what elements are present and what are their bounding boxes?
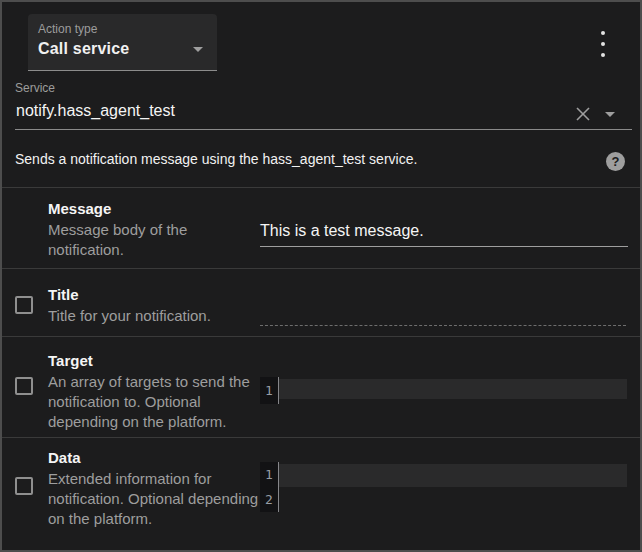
message-input[interactable]: This is a test message. [260,222,628,247]
editor-gutter: 1 2 [260,462,279,512]
line-number: 2 [260,487,278,512]
more-options-button[interactable] [594,31,612,57]
service-field-underline [15,129,632,130]
call-service-action-panel: Action type Call service Service notify.… [0,0,642,552]
title-input-disabled[interactable] [260,325,626,326]
service-field-label: Service [15,81,55,95]
service-description: Sends a notification message using the h… [15,151,590,167]
field-row-title: Title Title for your notification. [2,268,640,336]
target-code-editor[interactable]: 1 [260,377,627,404]
chevron-down-icon[interactable] [605,112,615,117]
editor-gutter: 1 [260,377,279,404]
target-checkbox[interactable] [15,377,33,395]
field-name: Target [48,352,93,369]
kebab-dot [601,53,605,57]
kebab-dot [601,31,605,35]
editor-active-line [279,379,627,399]
chevron-down-icon [193,47,203,52]
editor-content[interactable] [279,377,627,404]
editor-line [279,487,627,510]
action-type-label: Action type [38,22,97,36]
line-number: 1 [260,462,278,487]
service-input[interactable]: notify.hass_agent_test [16,102,175,120]
field-row-target: Target An array of targets to send the n… [2,336,640,437]
field-description: Title for your notification. [48,306,260,326]
help-icon[interactable]: ? [606,152,625,171]
field-name: Message [48,200,111,217]
field-description: Message body of the notification. [48,220,260,260]
field-name: Title [48,286,79,303]
field-row-message: Message Message body of the notification… [2,187,640,268]
editor-active-line [279,464,627,487]
data-checkbox[interactable] [15,477,33,495]
data-code-editor[interactable]: 1 2 [260,462,627,512]
kebab-dot [601,42,605,46]
action-type-value: Call service [38,40,129,58]
field-description: Extended information for notification. O… [48,469,260,529]
title-checkbox[interactable] [15,296,33,314]
line-number: 1 [260,377,278,404]
field-description: An array of targets to send the notifica… [48,372,260,432]
field-name: Data [48,449,81,466]
field-row-data: Data Extended information for notificati… [2,437,640,550]
clear-icon[interactable] [574,105,592,123]
action-type-select[interactable]: Action type Call service [28,14,217,71]
editor-content[interactable] [279,462,627,512]
